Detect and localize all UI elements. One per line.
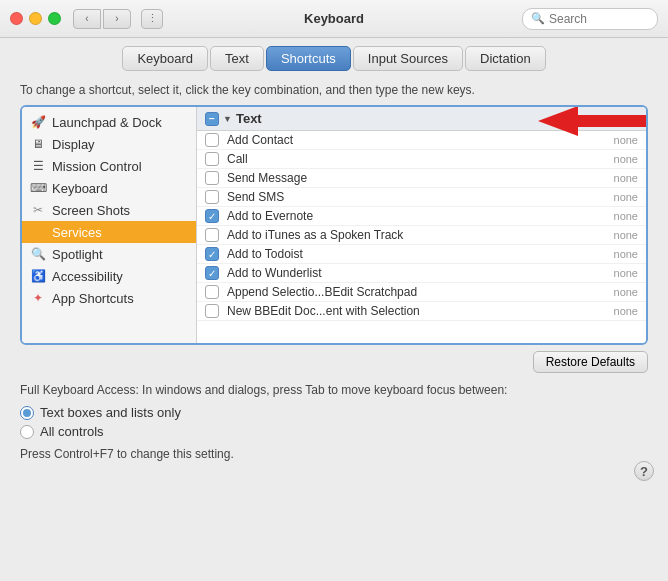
service-name-9: New BBEdit Doc...ent with Selection	[227, 304, 614, 318]
services-icon: ⚙	[30, 224, 46, 240]
service-name-0: Add Contact	[227, 133, 614, 147]
display-icon: 🖥	[30, 136, 46, 152]
service-shortcut-6: none	[614, 248, 638, 260]
screenshot-icon: ✂	[30, 202, 46, 218]
grid-button[interactable]: ⋮	[141, 9, 163, 29]
service-name-5: Add to iTunes as a Spoken Track	[227, 228, 614, 242]
service-shortcut-4: none	[614, 210, 638, 222]
service-checkbox-4[interactable]: ✓	[205, 209, 219, 223]
sidebar-item-screenshot-label: Screen Shots	[52, 203, 130, 218]
close-button[interactable]	[10, 12, 23, 25]
service-row[interactable]: ✓ Add to Todoist none	[197, 245, 646, 264]
forward-button[interactable]: ›	[103, 9, 131, 29]
service-shortcut-0: none	[614, 134, 638, 146]
sidebar-item-launchpad-label: Launchpad & Dock	[52, 115, 162, 130]
radio-inner-selected	[23, 409, 31, 417]
mission-icon: ☰	[30, 158, 46, 174]
sidebar-item-display-label: Display	[52, 137, 95, 152]
panel: 🚀 Launchpad & Dock 🖥 Display ☰ Mission C…	[20, 105, 648, 345]
radio-label-text-boxes: Text boxes and lists only	[40, 405, 181, 420]
sidebar-item-keyboard-label: Keyboard	[52, 181, 108, 196]
maximize-button[interactable]	[48, 12, 61, 25]
service-row[interactable]: Add Contact none	[197, 131, 646, 150]
service-row[interactable]: New BBEdit Doc...ent with Selection none	[197, 302, 646, 321]
service-row[interactable]: ✓ Add to Evernote none	[197, 207, 646, 226]
press-note: Press Control+F7 to change this setting.	[20, 447, 648, 461]
hint-text: To change a shortcut, select it, click t…	[20, 83, 648, 97]
sidebar-item-keyboard[interactable]: ⌨ Keyboard	[22, 177, 196, 199]
service-shortcut-9: none	[614, 305, 638, 317]
service-row[interactable]: Append Selectio...BEdit Scratchpad none	[197, 283, 646, 302]
tab-input-sources[interactable]: Input Sources	[353, 46, 463, 71]
sidebar-item-screenshots[interactable]: ✂ Screen Shots	[22, 199, 196, 221]
minimize-button[interactable]	[29, 12, 42, 25]
tab-text[interactable]: Text	[210, 46, 264, 71]
service-checkbox-0[interactable]	[205, 133, 219, 147]
sidebar-item-display[interactable]: 🖥 Display	[22, 133, 196, 155]
titlebar: ‹ › ⋮ Keyboard 🔍	[0, 0, 668, 38]
window-title: Keyboard	[304, 11, 364, 26]
search-input[interactable]	[549, 12, 649, 26]
service-checkbox-5[interactable]	[205, 228, 219, 242]
keyboard-icon: ⌨	[30, 180, 46, 196]
group-header-label: Text	[236, 111, 638, 126]
spotlight-icon: 🔍	[30, 246, 46, 262]
service-checkbox-7[interactable]: ✓	[205, 266, 219, 280]
service-name-1: Call	[227, 152, 614, 166]
radio-text-boxes[interactable]	[20, 406, 34, 420]
sidebar: 🚀 Launchpad & Dock 🖥 Display ☰ Mission C…	[22, 107, 197, 343]
sidebar-item-accessibility[interactable]: ♿ Accessibility	[22, 265, 196, 287]
service-row[interactable]: Add to iTunes as a Spoken Track none	[197, 226, 646, 245]
full-keyboard-title: Full Keyboard Access: In windows and dia…	[20, 383, 648, 397]
radio-row-text-boxes[interactable]: Text boxes and lists only	[20, 405, 648, 420]
service-checkbox-2[interactable]	[205, 171, 219, 185]
appshortcuts-icon: ✦	[30, 290, 46, 306]
service-name-6: Add to Todoist	[227, 247, 614, 261]
triangle-icon: ▼	[223, 114, 232, 124]
service-checkbox-6[interactable]: ✓	[205, 247, 219, 261]
service-shortcut-7: none	[614, 267, 638, 279]
service-checkbox-1[interactable]	[205, 152, 219, 166]
service-shortcut-5: none	[614, 229, 638, 241]
nav-buttons: ‹ ›	[73, 9, 131, 29]
search-box[interactable]: 🔍	[522, 8, 658, 30]
service-row[interactable]: Send SMS none	[197, 188, 646, 207]
right-pane: − ▼ Text Add Contact none	[197, 107, 646, 343]
service-shortcut-1: none	[614, 153, 638, 165]
service-row[interactable]: Call none	[197, 150, 646, 169]
group-checkbox[interactable]: −	[205, 112, 219, 126]
tab-dictation[interactable]: Dictation	[465, 46, 546, 71]
service-row[interactable]: Send Message none	[197, 169, 646, 188]
sidebar-item-accessibility-label: Accessibility	[52, 269, 123, 284]
sidebar-item-services-label: Services	[52, 225, 102, 240]
service-name-3: Send SMS	[227, 190, 614, 204]
restore-defaults-button[interactable]: Restore Defaults	[533, 351, 648, 373]
back-button[interactable]: ‹	[73, 9, 101, 29]
help-button[interactable]: ?	[634, 461, 654, 481]
bottom-section: Full Keyboard Access: In windows and dia…	[0, 373, 668, 461]
radio-all-controls[interactable]	[20, 425, 34, 439]
tabs-bar: Keyboard Text Shortcuts Input Sources Di…	[0, 38, 668, 75]
sidebar-item-services[interactable]: ⚙ Services	[22, 221, 196, 243]
sidebar-item-appshortcuts[interactable]: ✦ App Shortcuts	[22, 287, 196, 309]
service-row[interactable]: ✓ Add to Wunderlist none	[197, 264, 646, 283]
service-checkbox-3[interactable]	[205, 190, 219, 204]
service-name-2: Send Message	[227, 171, 614, 185]
service-name-8: Append Selectio...BEdit Scratchpad	[227, 285, 614, 299]
group-header[interactable]: − ▼ Text	[197, 107, 646, 131]
sidebar-item-launchpad[interactable]: 🚀 Launchpad & Dock	[22, 111, 196, 133]
service-name-4: Add to Evernote	[227, 209, 614, 223]
service-checkbox-8[interactable]	[205, 285, 219, 299]
service-shortcut-3: none	[614, 191, 638, 203]
tab-shortcuts[interactable]: Shortcuts	[266, 46, 351, 71]
radio-label-all-controls: All controls	[40, 424, 104, 439]
sidebar-item-spotlight[interactable]: 🔍 Spotlight	[22, 243, 196, 265]
tab-keyboard[interactable]: Keyboard	[122, 46, 208, 71]
service-checkbox-9[interactable]	[205, 304, 219, 318]
accessibility-icon: ♿	[30, 268, 46, 284]
launchpad-icon: 🚀	[30, 114, 46, 130]
sidebar-item-spotlight-label: Spotlight	[52, 247, 103, 262]
sidebar-item-mission-label: Mission Control	[52, 159, 142, 174]
sidebar-item-mission[interactable]: ☰ Mission Control	[22, 155, 196, 177]
radio-row-all-controls[interactable]: All controls	[20, 424, 648, 439]
